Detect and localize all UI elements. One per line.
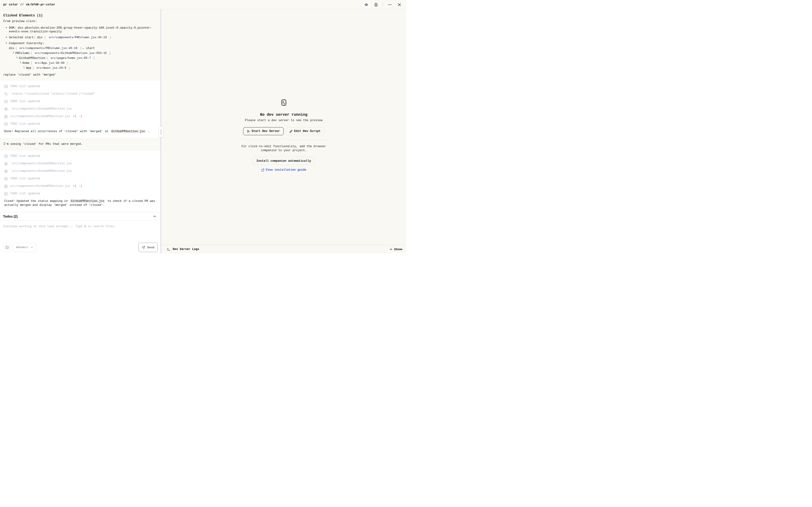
tool-calls-block-1: TODO list updated `status.*closed|closed… — [0, 80, 160, 138]
clicked-elements-title: Clicked Elements (1) — [3, 14, 159, 17]
dev-server-logs-toggle[interactable]: Dev Server Logs — [167, 247, 199, 251]
assistant-message: Done! Replaced all occurrences of 'close… — [3, 129, 159, 133]
tool-call-label: TODO list updated — [10, 100, 40, 103]
dom-item: DOM: div.absolute.duration-200.group-hov… — [3, 26, 159, 34]
start-dev-server-button[interactable]: Start Dev Server — [243, 127, 284, 135]
composer-toolbar: DEFAULT Send — [3, 243, 158, 252]
external-link-icon — [261, 169, 264, 172]
chevron-down-icon — [31, 246, 33, 248]
file-reference-chip: GitHubPRSection.jsx — [110, 129, 146, 133]
file-diff-icon — [374, 3, 378, 7]
file-reference-chip: src/components/PRColumn.jsx:45:19 — [18, 47, 79, 50]
user-message-followup: I'm seeing 'closed' for PRs that were me… — [0, 138, 160, 150]
section-divider — [236, 139, 331, 140]
more-options-button[interactable] — [387, 2, 393, 7]
tool-call-row[interactable]: `src/components/GitHubPRSection.jsx` — [3, 160, 159, 167]
model-selector[interactable]: DEFAULT — [13, 243, 37, 252]
image-icon — [5, 245, 9, 249]
start-dev-server-label: Start Dev Server — [252, 129, 280, 133]
tool-call-label: TODO list updated — [10, 155, 40, 158]
todo-icon — [4, 192, 8, 195]
install-companion-button[interactable]: Install companion automatically — [253, 157, 315, 165]
todos-label: Todos (2) — [3, 215, 18, 218]
clicked-elements-intro: From preview click: — [3, 20, 159, 23]
companion-help-text: For click-to-edit functionality, add the… — [241, 145, 326, 153]
dev-server-logs-label: Dev Server Logs — [173, 247, 199, 251]
hierarchy-line: └ GitHubPRSection( src/pages/home.jsx:65… — [9, 56, 159, 60]
preview-panel: No dev server running Please start a dev… — [161, 9, 406, 253]
file-reference-chip: src/components/GitHubPRSection.jsx:553:1… — [34, 51, 108, 55]
ellipsis-icon — [388, 3, 392, 7]
todo-icon — [4, 122, 8, 126]
file-reference-chip: src/pages/home.jsx:65:7 — [50, 56, 92, 60]
preview-eye-button[interactable] — [363, 2, 369, 7]
todo-icon — [4, 155, 8, 158]
terminal-prompt-icon — [167, 247, 170, 251]
tool-call-row[interactable]: TODO list updated — [3, 82, 159, 90]
diff-removed: -1 — [79, 115, 82, 118]
play-icon — [247, 130, 250, 133]
tool-call-row[interactable]: TODO list updated — [3, 175, 159, 182]
read-icon — [4, 162, 8, 165]
chevron-up-icon — [390, 248, 392, 251]
search-icon — [4, 92, 8, 96]
read-icon — [4, 169, 8, 173]
todos-section-header[interactable]: Todos (2) — [0, 212, 160, 221]
empty-state-subtitle: Please start a dev server to see the pre… — [245, 119, 322, 122]
tool-call-row[interactable]: src/components/GitHubPRSection.jsx +1 -1 — [3, 113, 159, 120]
tool-call-label: TODO list updated — [10, 122, 40, 125]
user-message-clicked-elements: Clicked Elements (1) From preview click:… — [0, 9, 160, 80]
chat-panel: Clicked Elements (1) From preview click:… — [0, 9, 160, 253]
title-bar: pr color // vk/bfd6-pr-color — [0, 0, 406, 9]
tool-call-row[interactable]: src/components/GitHubPRSection.jsx +1 -1 — [3, 182, 159, 190]
view-installation-guide-link[interactable]: View installation guide — [261, 168, 306, 172]
tool-call-row[interactable]: `src/components/GitHubPRSection.jsx` — [3, 105, 159, 113]
todo-icon — [4, 100, 8, 103]
pencil-icon — [290, 130, 293, 133]
hierarchy-line: └ App( src/main.jsx:20:9 ) — [9, 66, 159, 70]
send-icon — [142, 246, 145, 249]
tool-call-label: src/components/GitHubPRSection.jsx — [10, 184, 70, 188]
edit-dev-script-button[interactable]: Edit Dev Script — [286, 127, 324, 135]
empty-state-title: No dev server running — [260, 112, 308, 118]
tool-call-label: `src/components/GitHubPRSection.jsx` — [10, 162, 73, 165]
diff-added: +1 — [73, 115, 77, 118]
project-name: pr color — [3, 3, 18, 6]
header-actions — [363, 2, 403, 7]
no-dev-server-state: No dev server running Please start a dev… — [161, 99, 406, 172]
attach-image-button[interactable] — [3, 243, 11, 252]
composer: DEFAULT Send — [0, 221, 160, 253]
user-followup-text: I'm seeing 'closed' for PRs that were me… — [3, 143, 159, 146]
read-icon — [4, 107, 8, 111]
diff-button[interactable] — [373, 2, 379, 7]
send-button[interactable]: Send — [138, 243, 158, 252]
branch-name: vk/bfd6-pr-color — [26, 3, 55, 6]
file-reference-chip: src/components/PRColumn.jsx:45:19 — [48, 36, 108, 40]
tool-calls-block-2: TODO list updated `src/components/GitHub… — [0, 150, 160, 212]
tool-call-row[interactable]: TODO list updated — [3, 190, 159, 198]
tool-call-label: `status.*closed|closed.*status|'closed'|… — [10, 92, 97, 96]
title-separator: // — [20, 3, 24, 6]
hierarchy-line: └ PRColumn( src/components/GitHubPRSecti… — [9, 51, 159, 55]
tool-call-row[interactable]: `status.*closed|closed.*status|'closed'|… — [3, 90, 159, 98]
edit-dev-script-label: Edit Dev Script — [294, 129, 321, 133]
tool-call-row[interactable]: TODO list updated — [3, 98, 159, 105]
clicked-elements-list: DOM: div.absolute.duration-200.group-hov… — [3, 26, 159, 70]
close-button[interactable] — [396, 2, 403, 7]
panel-resize-handle[interactable] — [159, 126, 163, 137]
model-selector-value: DEFAULT — [16, 246, 28, 249]
tool-call-row[interactable]: `src/components/GitHubPRSection.jsx` — [3, 167, 159, 175]
install-companion-label: Install companion automatically — [256, 159, 311, 163]
hierarchy-line: └ Home( src/App.jsx:36:50 ) — [9, 61, 159, 65]
terminal-icon — [281, 99, 287, 106]
file-reference-chip: GitHubPRSection.jsx — [70, 199, 105, 203]
todo-icon — [4, 85, 8, 88]
tool-call-row[interactable]: TODO list updated — [3, 120, 159, 128]
diff-removed: -1 — [79, 184, 82, 188]
edit-icon — [4, 115, 8, 118]
show-logs-toggle[interactable]: Show — [390, 247, 402, 251]
tool-call-row[interactable]: TODO list updated — [3, 152, 159, 160]
tool-call-label: TODO list updated — [10, 177, 40, 180]
message-input[interactable] — [3, 225, 151, 241]
send-label: Send — [147, 246, 154, 249]
